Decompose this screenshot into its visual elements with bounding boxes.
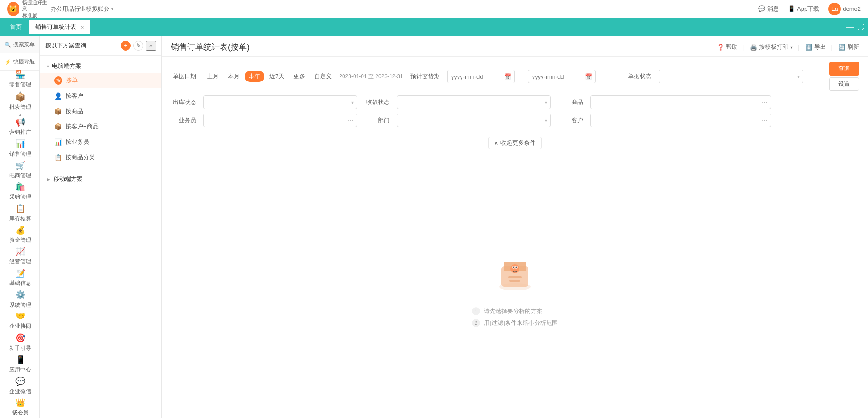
member-icon: 👑 [15, 398, 25, 408]
salesperson-more-icon[interactable]: ··· [348, 116, 354, 124]
empty-tips: 1 请先选择要分析的方案 2 用[过滤]条件来缩小分析范围 [472, 307, 557, 327]
department-wrap: ▾ [397, 114, 551, 127]
single-status-label: 单据状态 [626, 72, 651, 81]
date-tab-custom[interactable]: 自定义 [311, 71, 335, 82]
by-order-icon: 按 [54, 76, 62, 85]
minimize-button[interactable]: — [846, 23, 854, 31]
scheme-group-pc-header[interactable]: ▾ 电脑端方案 [40, 59, 161, 73]
date-tab-last-month[interactable]: 上月 [203, 71, 222, 82]
sidebar-item-ecommerce[interactable]: 🛒 电商管理 [0, 159, 39, 181]
expected-date-wrap: 📅 — 📅 [447, 70, 619, 83]
tab-sales-order-stats[interactable]: 销售订单统计表 × [29, 20, 90, 34]
top-bar: 🐱 畅捷通好生意 标准版 办公用品行业模拟账套 ▾ 💬 消息 📱 App下载 E… [0, 0, 868, 18]
date-tab-7days[interactable]: 近7天 [266, 71, 288, 82]
tab-bar: 首页 销售订单统计表 × — ⛶ [0, 18, 868, 36]
app-download-button[interactable]: 📱 App下载 [788, 5, 819, 13]
sidebar-item-enterprise-wechat[interactable]: 💬 企业微信 [0, 375, 39, 397]
customer-more-icon[interactable]: ··· [762, 116, 768, 124]
fullscreen-button[interactable]: ⛶ [857, 23, 864, 31]
svg-rect-8 [508, 276, 522, 278]
payment-status-label: 收款状态 [364, 98, 390, 106]
scheme-item-by-goods-category[interactable]: 📋 按商品分类 [40, 150, 161, 165]
sidebar-item-beginner[interactable]: 🎯 新手引导 [0, 332, 39, 353]
sidebar-item-purchase[interactable]: 🛍️ 采购管理 [0, 180, 39, 202]
sidebar-item-wholesale[interactable]: 📦 批发管理 ▲ [0, 93, 39, 116]
salesperson-input[interactable] [203, 114, 357, 127]
scheme-item-by-customer-goods[interactable]: 📦 按客户+商品 [40, 119, 161, 134]
user-profile[interactable]: Ea demo2 [828, 3, 861, 15]
scheme-item-by-customer[interactable]: 👤 按客户 [40, 88, 161, 104]
logo-text: 畅捷通好生意 标准版 [22, 0, 47, 19]
expected-date-end-input[interactable] [528, 70, 596, 83]
sidebar-item-retail[interactable]: 🏪 零售管理 ▲ [0, 71, 39, 93]
sidebar-item-marketing[interactable]: 📢 营销推广 [0, 116, 39, 138]
message-button[interactable]: 💬 消息 [758, 5, 779, 13]
sidebar-item-inventory[interactable]: 📋 库存核算 [0, 202, 39, 224]
page-header: 销售订单统计表(按单) ❓ 帮助 | 🖨️ 按模板打印 ▾ | ⬇️ [162, 36, 868, 57]
date-label: 单据日期 [171, 72, 196, 81]
goods-input[interactable] [590, 95, 771, 109]
customer-input[interactable] [590, 114, 771, 127]
wholesale-icon: 📦 [15, 92, 25, 102]
expected-date-label: 预计交货期 [410, 72, 440, 81]
scheme-item-by-order[interactable]: 按 按单 [40, 73, 161, 88]
sidebar-item-member[interactable]: 👑 畅会员 [0, 396, 39, 418]
refresh-button[interactable]: 🔄 刷新 [838, 43, 859, 51]
goods-more-icon[interactable]: ··· [762, 98, 768, 106]
scheme-item-by-salesperson[interactable]: 📊 按业务员 [40, 134, 161, 150]
logo-icon: 🐱 [7, 2, 19, 16]
tab-bar-right: — ⛶ [846, 23, 864, 31]
help-button[interactable]: ❓ 帮助 [717, 43, 738, 51]
date-tab-this-month[interactable]: 本月 [224, 71, 243, 82]
scheme-panel-actions: + ✎ « [121, 41, 156, 51]
date-tabs: 上月 本月 本年 近7天 更多 自定义 2023-01-01 至 2023-12… [203, 71, 403, 82]
collapse-filters-button[interactable]: ∧ 收起更多条件 [488, 137, 542, 149]
sidebar-item-enterprise-collab[interactable]: 🤝 企业协同 [0, 310, 39, 332]
edit-scheme-button[interactable]: ✎ [133, 41, 143, 51]
settings-button[interactable]: 设置 [829, 77, 859, 91]
export-button[interactable]: ⬇️ 导出 [805, 43, 826, 51]
expected-date-start-wrap: 📅 [447, 70, 515, 83]
top-bar-right: 💬 消息 📱 App下载 Ea demo2 [758, 3, 861, 15]
breadcrumb-dropdown-icon[interactable]: ▾ [111, 6, 113, 11]
goods-label: 商品 [558, 98, 583, 106]
sidebar-item-basic-info[interactable]: 📝 基础信息 [0, 267, 39, 289]
date-tab-this-year[interactable]: 本年 [245, 71, 264, 82]
tab-close-icon[interactable]: × [81, 24, 84, 30]
goods-wrap: ··· [590, 95, 771, 109]
query-button[interactable]: 查询 [829, 62, 859, 76]
sidebar-item-sales[interactable]: 📊 销售管理 [0, 138, 39, 159]
tab-home[interactable]: 首页 [4, 20, 28, 34]
ecommerce-icon: 🛒 [15, 161, 25, 171]
scheme-group-pc: ▾ 电脑端方案 按 按单 👤 按客户 📦 按商品 📦 按客户+商品 [40, 56, 161, 169]
sidebar-item-operations[interactable]: 📈 经营管理 [0, 246, 39, 267]
search-menu-button[interactable]: 🔍 搜索菜单 [0, 36, 39, 53]
print-button[interactable]: 🖨️ 按模板打印 ▾ [750, 43, 793, 51]
add-scheme-button[interactable]: + [121, 41, 131, 51]
page-title: 销售订单统计表(按单) [171, 42, 250, 52]
payment-status-wrap: ▾ [397, 95, 551, 109]
scheme-item-by-goods[interactable]: 📦 按商品 [40, 104, 161, 119]
mobile-group-arrow-icon: ▶ [47, 177, 51, 182]
sidebar: 🔍 搜索菜单 ⚡ 快捷导航 🏪 零售管理 ▲ 📦 批发管理 ▲ 📢 营销推广 📊… [0, 36, 40, 418]
payment-status-select[interactable] [397, 95, 551, 109]
collapse-scheme-panel-button[interactable]: « [146, 41, 156, 51]
department-select[interactable] [397, 114, 551, 127]
delivery-status-select[interactable] [203, 95, 357, 109]
svg-point-7 [516, 267, 517, 268]
by-customer-goods-icon: 📦 [54, 123, 62, 130]
quick-nav-button[interactable]: ⚡ 快捷导航 [0, 53, 39, 71]
customer-label: 客户 [558, 116, 583, 124]
date-tab-more[interactable]: 更多 [290, 71, 309, 82]
avatar: Ea [828, 3, 841, 15]
expected-date-start-input[interactable] [447, 70, 515, 83]
pc-group-arrow-icon: ▾ [47, 64, 49, 69]
sidebar-item-finance[interactable]: 💰 资金管理 [0, 224, 39, 246]
content-area: 按以下方案查询 + ✎ « ▾ 电脑端方案 按 按单 👤 按客户 [40, 36, 868, 418]
app-center-icon: 📱 [15, 355, 25, 365]
sidebar-item-system[interactable]: ⚙️ 系统管理 [0, 289, 39, 310]
scheme-group-mobile-header[interactable]: ▶ 移动端方案 [40, 172, 161, 186]
single-status-select[interactable] [659, 70, 803, 83]
delivery-status-label: 出库状态 [171, 98, 196, 106]
sidebar-item-app-center[interactable]: 📱 应用中心 [0, 353, 39, 375]
